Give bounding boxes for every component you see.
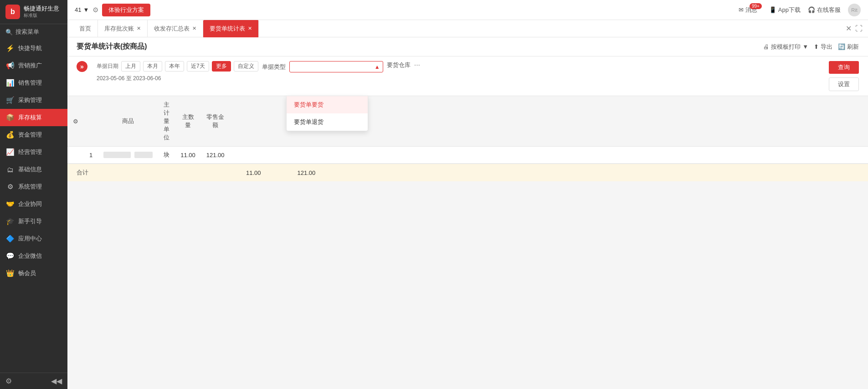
filter-group: 单据日期 上月 本月 本年 近7天 更多 自定义 2023-05-06 至 20… [97, 61, 820, 82]
query-button[interactable]: 查询 [829, 61, 859, 74]
filter-right-actions: 查询 设置 [829, 61, 859, 91]
collab-icon: 🤝 [5, 200, 15, 208]
refresh-icon: 🔄 [838, 43, 845, 50]
td-no: 1 [84, 147, 98, 164]
td-checkbox [67, 147, 84, 164]
td-quantity: 11.00 [175, 147, 201, 164]
app-title: 畅捷通好生意 [24, 5, 59, 13]
tab-summary-close[interactable]: ✕ [192, 26, 196, 31]
sidebar-item-shortcut[interactable]: ⚡ 快捷导航 [0, 40, 67, 57]
warehouse-more-icon[interactable]: ··· [414, 61, 420, 69]
avatar[interactable]: Rit [848, 4, 861, 16]
messages-button[interactable]: ✉ 消息 99+ [739, 6, 757, 14]
company-selector[interactable]: 41 ▼ [75, 6, 89, 13]
purchase-icon: 🛒 [5, 96, 15, 104]
date-filter: 单据日期 上月 本月 本年 近7天 更多 自定义 2023-05-06 至 20… [97, 61, 258, 82]
table-header-row: ⚙ 商品 主计量单位 主数量 零售金额 [67, 96, 868, 147]
sidebar-settings-icon[interactable]: ⚙ [5, 377, 12, 385]
sidebar-item-label: 快捷导航 [18, 44, 42, 52]
sidebar-item-system[interactable]: ⚙ 系统管理 [0, 178, 67, 195]
member-icon: 👑 [5, 269, 15, 277]
service-icon: 🎧 [808, 6, 815, 13]
online-service-button[interactable]: 🎧 在线客服 [808, 6, 841, 14]
type-arrow-icon[interactable]: ▲ [375, 64, 380, 70]
sidebar-item-business[interactable]: 📈 经营管理 [0, 143, 67, 161]
trial-button[interactable]: 体验行业方案 [102, 4, 150, 16]
printer-icon: 🖨 [763, 43, 769, 50]
export-icon: ⬆ [814, 43, 819, 50]
filter-bar: » 单据日期 上月 本月 本年 近7天 更多 自定义 2023-05-06 至 … [67, 56, 868, 96]
table-footer: 合计 11.00 121.00 [67, 164, 868, 181]
export-button[interactable]: ⬆ 导出 [814, 43, 832, 51]
tab-home[interactable]: 首页 [73, 20, 98, 37]
sidebar-search[interactable]: 🔍 搜索菜单 [0, 24, 67, 40]
date-buttons-group: 单据日期 上月 本月 本年 近7天 更多 自定义 [97, 61, 258, 72]
th-unit: 主计量单位 [158, 96, 175, 147]
tab-order-stats[interactable]: 要货单统计表 ✕ [203, 20, 259, 37]
sidebar: b 畅捷通好生意 标准版 🔍 搜索菜单 ⚡ 快捷导航 📢 营销推广 📊 销售管理… [0, 0, 67, 389]
date-filter-label: 单据日期 [97, 62, 118, 70]
basic-icon: 🗂 [5, 166, 15, 174]
sidebar-item-label: 销售管理 [18, 79, 42, 87]
page-content: 要货单统计表(按商品) 🖨 按模板打印 ▼ ⬆ 导出 🔄 刷新 » [67, 37, 868, 389]
sidebar-item-appstore[interactable]: 🔷 应用中心 [0, 230, 67, 247]
type-input[interactable] [290, 61, 383, 72]
topbar-right: ✉ 消息 99+ 📱 App下载 🎧 在线客服 Rit [739, 4, 861, 16]
topbar-gear-icon[interactable]: ⚙ [92, 6, 98, 14]
settings-button[interactable]: 设置 [829, 77, 859, 91]
wechat-icon: 💬 [5, 252, 15, 260]
tab-order-stats-close[interactable]: ✕ [248, 26, 252, 31]
tab-batch-close[interactable]: ✕ [137, 26, 141, 31]
app-logo-icon: b [5, 5, 20, 19]
sidebar-item-label: 畅会员 [18, 269, 36, 277]
custom-btn[interactable]: 自定义 [234, 61, 258, 72]
tabbar: 首页 库存批次账 ✕ 收发存汇总表 ✕ 要货单统计表 ✕ ✕ ⛶ [67, 20, 868, 37]
sidebar-item-label: 企业协同 [18, 200, 42, 208]
sidebar-footer: ⚙ ◀◀ [0, 373, 67, 389]
message-badge: 99+ [750, 3, 762, 9]
template-print-button[interactable]: 🖨 按模板打印 ▼ [763, 43, 808, 51]
sidebar-item-marketing[interactable]: 📢 营销推广 [0, 57, 67, 74]
this-year-btn[interactable]: 本年 [165, 61, 184, 72]
inventory-icon: 📦 [5, 113, 15, 122]
th-gear[interactable]: ⚙ [67, 96, 84, 147]
tab-order-stats-label: 要货单统计表 [210, 25, 245, 33]
tab-close-all-icon[interactable]: ✕ [846, 24, 852, 33]
sidebar-item-member[interactable]: 👑 畅会员 [0, 265, 67, 282]
tab-summary-label: 收发存汇总表 [154, 25, 190, 33]
sidebar-item-basic[interactable]: 🗂 基础信息 [0, 161, 67, 178]
dropdown-item-order[interactable]: 要货单要货 [287, 96, 368, 113]
message-icon: ✉ [739, 6, 744, 13]
dropdown-item-return[interactable]: 要货单退货 [287, 113, 368, 131]
page-header-actions: 🖨 按模板打印 ▼ ⬆ 导出 🔄 刷新 [763, 43, 859, 56]
guide-icon: 🎓 [5, 217, 15, 225]
sidebar-item-inventory[interactable]: 📦 库存核算 [0, 109, 67, 126]
refresh-button[interactable]: 🔄 刷新 [838, 43, 859, 51]
sidebar-item-finance[interactable]: 💰 资金管理 [0, 126, 67, 143]
sidebar-item-purchase[interactable]: 🛒 采购管理 [0, 92, 67, 109]
sidebar-collapse-icon[interactable]: ◀◀ [51, 377, 62, 385]
app-download-button[interactable]: 📱 App下载 [769, 6, 801, 14]
tab-batch[interactable]: 库存批次账 ✕ [98, 20, 148, 37]
search-icon: 🔍 [5, 29, 13, 36]
sidebar-item-label: 库存核算 [18, 113, 42, 122]
tab-summary[interactable]: 收发存汇总表 ✕ [148, 20, 203, 37]
sidebar-item-sales[interactable]: 📊 销售管理 [0, 74, 67, 92]
last-month-btn[interactable]: 上月 [121, 61, 140, 72]
warehouse-label: 要货仓库 [387, 61, 411, 69]
last-7-days-btn[interactable]: 近7天 [187, 61, 209, 72]
sidebar-item-wechat[interactable]: 💬 企业微信 [0, 247, 67, 265]
filter-expand-button[interactable]: » [77, 61, 87, 72]
warehouse-filter: 要货仓库 ··· [387, 61, 424, 69]
sidebar-item-guide[interactable]: 🎓 新手引导 [0, 213, 67, 230]
sidebar-item-label: 企业微信 [18, 252, 42, 260]
more-btn[interactable]: 更多 [212, 61, 231, 72]
product-name-placeholder [103, 152, 131, 158]
this-month-btn[interactable]: 本月 [143, 61, 162, 72]
system-icon: ⚙ [5, 183, 15, 191]
sidebar-item-collab[interactable]: 🤝 企业协同 [0, 195, 67, 213]
sidebar-item-label: 新手引导 [18, 217, 42, 225]
tab-expand-icon[interactable]: ⛶ [855, 25, 863, 33]
appstore-icon: 🔷 [5, 235, 15, 243]
type-input-wrap[interactable]: ▲ [289, 61, 383, 72]
